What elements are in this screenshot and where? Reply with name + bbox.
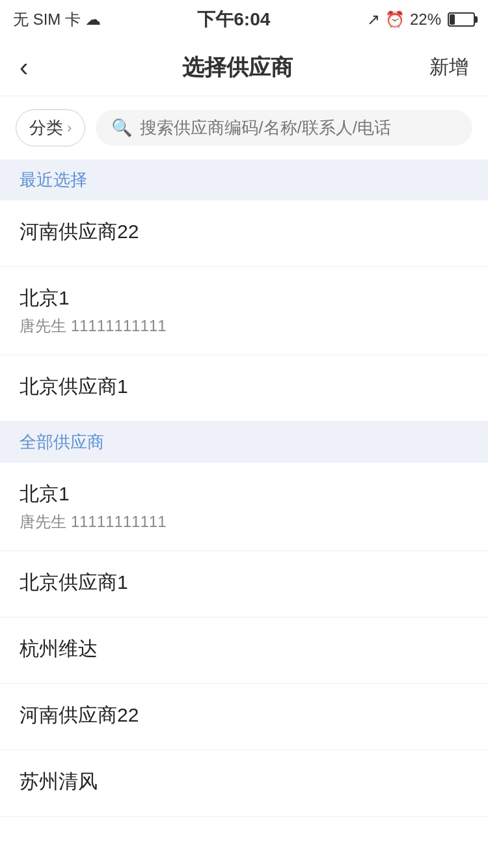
- nav-bar: ‹ 选择供应商 新增: [0, 39, 488, 96]
- search-area: 分类 › 🔍: [0, 96, 488, 159]
- page-title: 选择供应商: [182, 53, 293, 83]
- sim-status: 无 SIM 卡 ☁: [13, 9, 101, 30]
- list-item[interactable]: 北京1唐先生 11111111111: [0, 463, 488, 551]
- section-header-all: 全部供应商: [0, 422, 488, 463]
- item-name: 杭州维达: [20, 636, 468, 662]
- search-icon: 🔍: [111, 118, 132, 138]
- category-button[interactable]: 分类 ›: [16, 109, 85, 146]
- status-time: 下午6:04: [197, 7, 270, 32]
- item-name: 北京1: [20, 285, 468, 312]
- status-left: 无 SIM 卡 ☁: [13, 9, 101, 30]
- item-name: 北京1: [20, 481, 468, 508]
- category-label: 分类: [29, 116, 63, 139]
- list-item[interactable]: 北京供应商1: [0, 355, 488, 422]
- battery-percent: 22%: [410, 10, 441, 29]
- item-sub: 唐先生 11111111111: [20, 511, 468, 532]
- item-name: 北京供应商1: [20, 569, 468, 596]
- list-item[interactable]: 北京1唐先生 11111111111: [0, 267, 488, 355]
- list-item[interactable]: 河南供应商22: [0, 684, 488, 750]
- search-input-wrap: 🔍: [96, 110, 472, 146]
- battery-icon: [448, 12, 475, 27]
- list-item[interactable]: 河南供应商22: [0, 200, 488, 267]
- alarm-icon: ⏰: [385, 10, 405, 29]
- section-header-recent: 最近选择: [0, 159, 488, 200]
- list-item[interactable]: 杭州维达: [0, 617, 488, 684]
- location-icon: ↗: [367, 10, 380, 29]
- item-name: 北京供应商1: [20, 373, 468, 400]
- status-right: ↗ ⏰ 22%: [367, 10, 475, 29]
- supplier-list: 最近选择河南供应商22北京1唐先生 11111111111北京供应商1全部供应商…: [0, 159, 488, 817]
- item-sub: 唐先生 11111111111: [20, 316, 468, 336]
- back-button[interactable]: ‹: [20, 53, 59, 82]
- item-name: 河南供应商22: [20, 702, 468, 729]
- list-item[interactable]: 苏州清风: [0, 750, 488, 817]
- status-bar: 无 SIM 卡 ☁ 下午6:04 ↗ ⏰ 22%: [0, 0, 488, 39]
- list-item[interactable]: 北京供应商1: [0, 551, 488, 617]
- chevron-right-icon: ›: [67, 120, 72, 137]
- search-input[interactable]: [140, 118, 457, 138]
- add-button[interactable]: 新增: [416, 54, 468, 81]
- item-name: 河南供应商22: [20, 219, 468, 245]
- item-name: 苏州清风: [20, 768, 468, 795]
